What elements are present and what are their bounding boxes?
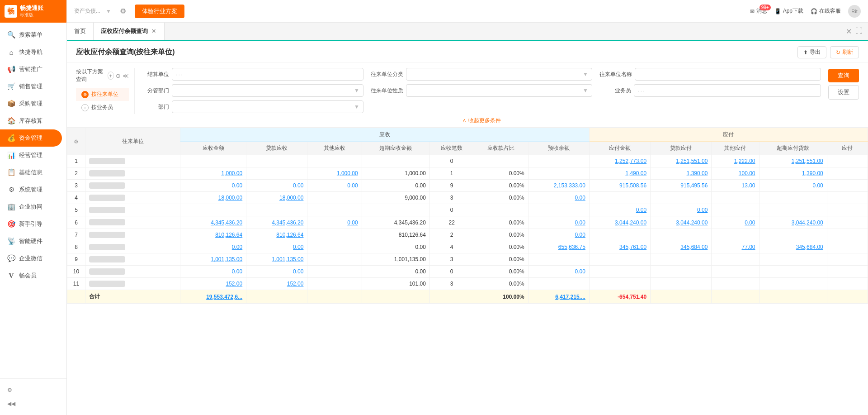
user-avatar[interactable]: Rit [848,5,861,18]
logo-icon: 畅 [5,5,17,18]
service-icon: 🎧 [811,8,817,14]
managed-dept-select[interactable]: ▼ [172,84,363,97]
managed-dept-label: 分管部门 [142,87,169,95]
tab-home[interactable]: 首页 [67,23,94,40]
settlement-unit-dots: ··· [176,71,184,78]
filter-dept: 部门 ▼ [142,100,363,113]
sidebar-item-marketing[interactable]: 📢 营销推广 [0,61,66,78]
tab-close-window-icon[interactable]: ✕ [846,27,852,36]
promo-button[interactable]: 体验行业方案 [135,5,184,18]
filter-inner: 按以下方案查询 + ⊙ ≪ ⊕ 按往来单位 ○ 按业务员 [67,62,868,127]
sidebar-item-label: 搜索菜单 [19,31,42,39]
filter-partner-category: 往来单位分类 ▼ [371,68,592,81]
sidebar-item-finance[interactable]: 💰 资金管理 [0,129,62,147]
filter-partner-nature: 往来单位性质 ▼ [371,84,592,97]
table-row: 1XXXXXXXXX01,252,773.001,251,551.001,222… [67,155,868,167]
message-btn[interactable]: ✉ 消息 99+ [750,7,767,15]
collapse-more-btn[interactable]: ∧ 收起更多条件 [142,114,821,127]
scheme-collapse-btn[interactable]: ≪ [123,72,129,79]
sidebar-item-purchase[interactable]: 📦 采购管理 [0,95,66,112]
settings-icon: ⚙ [7,387,12,393]
sidebar-item-member[interactable]: V 畅会员 [0,267,66,284]
th-settings: ⚙ [67,128,85,155]
sidebar: 畅 畅捷通账 标准版 🔍 搜索菜单 ⌂ 快捷导航 📢 营销推广 🛒 销售管理 📦… [0,0,67,415]
sidebar-item-label: 畅会员 [19,272,37,280]
tab-arbalance-label: 应收应付余额查询 [101,27,148,35]
partner-name-label: 往来单位名称 [599,71,632,78]
sidebar-item-label: 新手引导 [19,220,42,228]
table-row: 10XXXXXXXXX0.000.000.0000.00%0.00 [67,266,868,278]
tab-expand-icon[interactable]: ⛶ [855,27,863,35]
partner-cell: XXXXXXXXX [85,180,180,192]
app-download-btn[interactable]: 📱 App下载 [774,7,803,15]
sidebar-item-system[interactable]: ⚙ 系统管理 [0,181,66,198]
filter-scheme-header: 按以下方案查询 + ⊙ ≪ [76,68,129,83]
sidebar-collapse-btn[interactable]: ◀◀ [0,397,66,410]
sidebar-item-label: 采购管理 [19,100,42,108]
wechat-icon: 💬 [7,254,15,262]
query-nav-by-salesperson[interactable]: ○ 按业务员 [76,101,129,114]
partner-nature-select[interactable]: ▼ [406,84,592,97]
sidebar-settings-btn[interactable]: ⚙ [0,383,66,397]
salesperson-input[interactable]: ··· [634,84,821,97]
page-header-actions: ⬆ 导出 ↻ 刷新 [797,46,859,58]
th-ar-other: 其他应收 [307,142,362,155]
topbar-chevron-icon[interactable]: ▼ [106,8,111,14]
sidebar-item-operations[interactable]: 📊 经营管理 [0,147,66,164]
add-scheme-btn[interactable]: + [108,72,114,80]
table-settings-icon[interactable]: ⚙ [74,138,79,145]
settlement-unit-input[interactable]: ··· [172,68,363,81]
sidebar-item-wechat[interactable]: 💬 企业微信 [0,250,66,267]
managed-dept-arrow: ▼ [354,87,359,94]
main-content: 首页 应收应付余额查询 ✕ ✕ ⛶ 应收应付余额查询(按往来单位) ⬆ 导出 ↻… [67,23,868,415]
tab-close-icon[interactable]: ✕ [151,27,157,35]
setting-button[interactable]: 设置 [828,85,859,100]
topbar: 资产负债... ▼ ⚙ 体验行业方案 ✉ 消息 99+ 📱 App下载 🎧 在线… [67,0,868,23]
dept-select[interactable]: ▼ [172,100,363,113]
partner-category-select[interactable]: ▼ [406,68,592,81]
download-icon: 📱 [774,8,781,14]
query-button[interactable]: 查询 [828,69,859,82]
sidebar-item-quick[interactable]: ⌂ 快捷导航 [0,43,66,61]
sidebar-item-hardware[interactable]: 📡 智能硬件 [0,233,66,250]
footer-ap-loan [651,290,712,304]
partner-cell: XXXXXXXXX [85,155,180,167]
partner-cell: XXXXXXXXX [85,253,180,266]
partner-category-label: 往来单位分类 [371,71,403,78]
sidebar-item-search[interactable]: 🔍 搜索菜单 [0,26,66,43]
tab-arbalance[interactable]: 应收应付余额查询 ✕ [94,23,165,40]
footer-ap-extra [827,290,868,304]
footer-ap-overdue [759,290,827,304]
th-ap-amount: 应付金额 [589,142,650,155]
th-group-ap: 应付 [589,128,868,142]
online-service-btn[interactable]: 🎧 在线客服 [811,7,841,15]
operations-icon: 📊 [7,151,15,159]
sidebar-item-corp[interactable]: 🏢 企业协同 [0,198,66,215]
query-nav-by-partner[interactable]: ⊕ 按往来单位 [76,88,129,101]
export-button[interactable]: ⬆ 导出 [797,46,826,58]
table-row: 3XXXXXXXXX0.000.000.000.0090.00%2,153,33… [67,180,868,192]
sidebar-item-label: 经营管理 [19,151,42,159]
sidebar-item-inventory[interactable]: 🏠 库存核算 [0,112,66,129]
query-nav-by-salesperson-label: 按业务员 [91,104,113,111]
marketing-icon: 📢 [7,65,15,73]
th-ar-amount: 应收金额 [180,142,246,155]
footer-ar-ratio: 100.00% [474,290,528,304]
filter-settlement-unit: 结算单位 ··· [142,68,363,81]
sidebar-item-sales[interactable]: 🛒 销售管理 [0,78,66,95]
sidebar-item-guide[interactable]: 🎯 新手引导 [0,215,66,233]
partner-name-input[interactable] [635,68,821,81]
sidebar-item-label: 企业微信 [19,254,42,262]
guide-icon: 🎯 [7,220,15,228]
footer-empty1 [67,290,85,304]
refresh-button[interactable]: ↻ 刷新 [830,46,859,58]
sidebar-item-base[interactable]: 📋 基础信息 [0,164,66,181]
export-icon: ⬆ [803,49,808,56]
partner-nature-label: 往来单位性质 [371,87,403,95]
scheme-settings-btn[interactable]: ⊙ [116,72,121,79]
corp-icon: 🏢 [7,203,15,211]
base-icon: 📋 [7,168,15,176]
th-ar-count: 应收笔数 [429,142,474,155]
topbar-gear-btn[interactable]: ⚙ [117,5,129,18]
table-row: 4XXXXXXXXX18,000.0018,000.009,000.0030.0… [67,192,868,204]
